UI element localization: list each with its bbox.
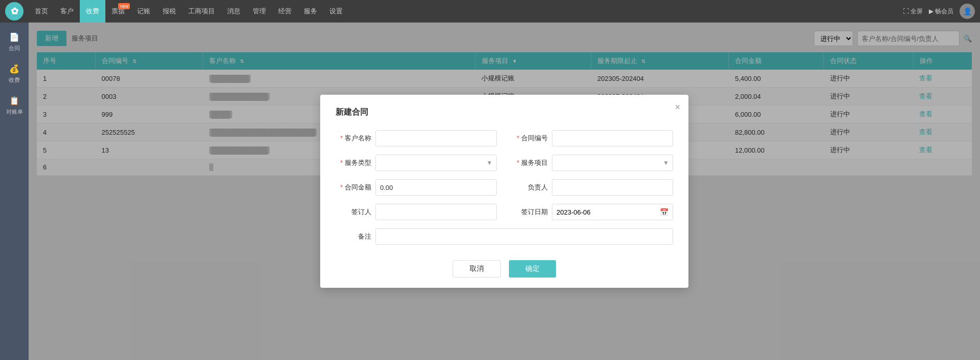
form-grid: 客户名称 合同编号 服务类型 ▼ [336, 130, 673, 245]
nav-fee[interactable]: 收费 [80, 0, 105, 23]
play-icon: ▶ [929, 8, 933, 15]
new-badge: new [118, 3, 130, 9]
service-item-label: 服务项目 [512, 158, 548, 167]
fullscreen-btn[interactable]: ⛶ 全屏 [903, 7, 923, 16]
responsible-input[interactable] [552, 179, 673, 196]
signer-input[interactable] [375, 204, 497, 220]
contract-no-label: 合同编号 [512, 134, 548, 143]
modal-close-button[interactable]: × [675, 102, 680, 113]
remark-label: 备注 [336, 232, 371, 241]
main-layout: 📄 合同 💰 收费 📋 对账单 新增 服务项目 进行中 已完成 已终止 🔍 [0, 23, 980, 360]
contract-no-input[interactable] [552, 130, 673, 146]
field-amount: 合同金额 [336, 179, 497, 196]
nav-items: 首页 客户 收费 票据 new 记账 报税 工商项目 消息 管理 经营 服务 设… [29, 0, 903, 23]
calendar-icon[interactable]: 📅 [660, 208, 669, 216]
nav-client[interactable]: 客户 [54, 0, 80, 23]
nav-settings[interactable]: 设置 [323, 0, 349, 23]
field-responsible: 负责人 [512, 179, 673, 196]
sign-date-input[interactable] [556, 208, 658, 216]
field-contract-no: 合同编号 [512, 130, 673, 146]
amount-label: 合同金额 [336, 183, 371, 192]
reconcile-icon: 📋 [8, 94, 20, 107]
sign-date-label: 签订日期 [512, 207, 548, 217]
field-service-type: 服务类型 ▼ [336, 155, 497, 171]
field-client: 客户名称 [336, 130, 497, 146]
remark-input[interactable] [375, 228, 673, 245]
nav-home[interactable]: 首页 [29, 0, 54, 23]
client-input[interactable] [375, 130, 497, 146]
modal-overlay: × 新建合同 客户名称 合同编号 服务类型 [29, 23, 980, 360]
nav-account[interactable]: 记账 [131, 0, 157, 23]
nav-business[interactable]: 经营 [272, 0, 298, 23]
confirm-button[interactable]: 确定 [509, 260, 556, 278]
modal-footer: 取消 确定 [336, 260, 673, 278]
nav-message[interactable]: 消息 [221, 0, 247, 23]
modal-title: 新建合同 [336, 107, 673, 118]
sidebar-item-reconcile[interactable]: 📋 对账单 [2, 90, 27, 120]
nav-right: ⛶ 全屏 ▶ 畅会员 👤 [903, 4, 975, 19]
member-btn[interactable]: ▶ 畅会员 [929, 7, 953, 16]
field-service-item: 服务项目 ▼ [512, 155, 673, 171]
nav-tax[interactable]: 报税 [157, 0, 182, 23]
left-sidebar: 📄 合同 💰 收费 📋 对账单 [0, 23, 29, 360]
avatar[interactable]: 👤 [960, 4, 975, 19]
nav-manage[interactable]: 管理 [247, 0, 272, 23]
logo: ✿ [5, 2, 24, 20]
modal-new-contract: × 新建合同 客户名称 合同编号 服务类型 [320, 95, 688, 288]
nav-service[interactable]: 服务 [298, 0, 323, 23]
service-item-wrap: ▼ [552, 155, 673, 171]
amount-input[interactable] [375, 179, 497, 196]
nav-industry[interactable]: 工商项目 [182, 0, 221, 23]
service-type-label: 服务类型 [336, 158, 371, 167]
sidebar-item-fee[interactable]: 💰 收费 [2, 58, 27, 88]
field-remark: 备注 [336, 228, 673, 245]
service-item-select[interactable] [552, 155, 673, 171]
sign-date-wrap[interactable]: 📅 [552, 204, 673, 220]
signer-label: 签订人 [336, 207, 371, 217]
content-area: 新增 服务项目 进行中 已完成 已终止 🔍 序号 合同编号 ⇅ 客户名称 ⇅ 服… [29, 23, 980, 360]
fee-icon: 💰 [8, 62, 20, 75]
cancel-button[interactable]: 取消 [453, 260, 501, 278]
top-nav: ✿ 首页 客户 收费 票据 new 记账 报税 工商项目 消息 管理 经营 服务… [0, 0, 980, 23]
client-label: 客户名称 [336, 134, 371, 143]
nav-bill[interactable]: 票据 new [105, 0, 131, 23]
contract-icon: 📄 [8, 31, 20, 43]
responsible-label: 负责人 [512, 183, 548, 192]
field-signer: 签订人 [336, 204, 497, 220]
service-type-select[interactable] [375, 155, 497, 171]
service-type-wrap: ▼ [375, 155, 497, 171]
sidebar-item-contract[interactable]: 📄 合同 [2, 27, 27, 56]
field-sign-date: 签订日期 📅 [512, 204, 673, 220]
fullscreen-icon: ⛶ [903, 8, 909, 15]
